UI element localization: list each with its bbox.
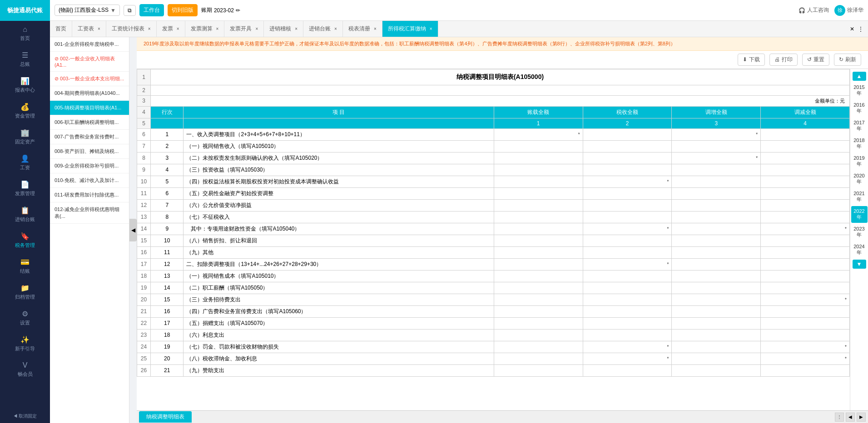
spreadsheet-container[interactable]: 1 纳税调整项目明细表(A105000) 2: [137, 69, 850, 411]
table-row: 18 13 （一）视同销售成本（填写A105010）: [137, 270, 850, 282]
v2-cell: [583, 187, 672, 199]
v1-cell: [494, 270, 583, 282]
scroll-left-page-btn[interactable]: ◀: [846, 413, 855, 422]
v1-cell: [494, 294, 583, 305]
tab-invoice-open-close[interactable]: ×: [255, 26, 258, 31]
tab-income-tax-close[interactable]: ×: [430, 26, 432, 31]
tab-ledger[interactable]: 进销台账 ×: [303, 21, 343, 37]
left-panel-item-004[interactable]: 004-期间费用明细表(A1040...: [50, 86, 129, 101]
table-row: 26 21 （九）赞助支出: [137, 364, 850, 376]
sidebar-item-guide[interactable]: ✨ 新手引导: [0, 331, 50, 357]
hang-cell: 8: [151, 211, 184, 223]
tab-invoice-close[interactable]: ×: [177, 26, 179, 31]
tab-tax-list-close[interactable]: ×: [374, 26, 377, 31]
left-panel-item-007[interactable]: 007-广告费和业务宣传费时...: [50, 130, 129, 144]
tab-audit[interactable]: 进销稽核 ×: [264, 21, 303, 37]
item-cell: （三）业务招待费支出: [184, 294, 494, 305]
v1-cell: [494, 317, 583, 329]
left-panel-item-009[interactable]: 009-企业所得税弥补亏损明...: [50, 159, 129, 173]
refresh-button[interactable]: ↻ 刷新: [834, 54, 861, 66]
sidebar-item-reports[interactable]: 📊 报表中心: [0, 72, 50, 98]
year-2020[interactable]: 2020年: [851, 171, 868, 187]
reset-button[interactable]: ↺ 重置: [802, 54, 829, 66]
sidebar-item-finance[interactable]: 💰 资金管理: [0, 98, 50, 124]
bottom-tab-item[interactable]: 纳税调整明细表: [139, 411, 192, 423]
v4-cell: [761, 152, 850, 164]
scroll-left-btn[interactable]: ⋮: [835, 413, 844, 422]
year-2023[interactable]: 2023年: [851, 224, 868, 241]
tab-menu[interactable]: ⋮: [858, 26, 863, 32]
user-menu[interactable]: 徐 徐泽华: [834, 5, 863, 16]
sidebar-item-salary[interactable]: 👤 工资: [0, 150, 50, 176]
tab-salary-stats-close[interactable]: ×: [148, 26, 151, 31]
year-2016[interactable]: 2016年: [851, 100, 868, 117]
tab-invoice-calc[interactable]: 发票测算 ×: [185, 21, 225, 37]
year-down-button[interactable]: ▼: [853, 260, 866, 269]
tab-salary-close[interactable]: ×: [98, 26, 100, 31]
tab-tax-list[interactable]: 税表清册 ×: [343, 21, 382, 37]
v4-cell: [761, 246, 850, 258]
consult-button[interactable]: 🎧 人工咨询: [799, 6, 829, 14]
year-2015[interactable]: 2015年: [851, 82, 868, 99]
left-panel-item-001[interactable]: 001-企业所得税年度纳税申...: [50, 37, 129, 52]
sidebar-item-purchase-sales[interactable]: 📋 进销台账: [0, 202, 50, 227]
tabbar: 首页 工资表 × 工资统计报表 × 发票 × 发票测算 × 发票开具 × 进销稽…: [50, 21, 868, 37]
left-panel-item-012[interactable]: 012-减免企业所得税优惠明细表(...: [50, 202, 129, 224]
year-2021[interactable]: 2021年: [851, 188, 868, 205]
left-panel-item-002[interactable]: ⊘ 002-一般企业收入明细表(A1...: [50, 52, 129, 72]
v3-cell: [672, 187, 761, 199]
year-2019[interactable]: 2019年: [851, 153, 868, 170]
left-panel-item-005[interactable]: 005-纳税调整项目明细表(A1...: [50, 101, 129, 115]
collapse-button[interactable]: ◀: [129, 219, 137, 241]
v3-cell: [672, 176, 761, 187]
sidebar-item-ledger[interactable]: ☰ 总账: [0, 46, 50, 72]
sidebar-item-settle[interactable]: 💳 结账: [0, 253, 50, 279]
sidebar-item-settings[interactable]: ⚙ 设置: [0, 305, 50, 331]
v2-cell: [583, 211, 672, 223]
sidebar-item-archive[interactable]: 📁 归档管理: [0, 279, 50, 305]
v1-cell: [494, 140, 583, 152]
tab-invoice-calc-close[interactable]: ×: [216, 26, 219, 31]
row-num-cell: 4: [137, 106, 151, 118]
year-2018[interactable]: 2018年: [851, 135, 868, 152]
workbench-button[interactable]: 工作台: [139, 4, 164, 16]
sidebar-item-home[interactable]: ⌂ 首页: [0, 21, 50, 46]
tab-audit-close[interactable]: ×: [295, 26, 298, 31]
year-2024[interactable]: 2024年: [851, 241, 868, 258]
download-button[interactable]: ⬇ 下载: [738, 54, 765, 66]
year-up-button[interactable]: ▲: [853, 72, 866, 81]
tab-invoice[interactable]: 发票 ×: [157, 21, 185, 37]
tab-salary[interactable]: 工资表 ×: [72, 21, 106, 37]
v4-cell: *: [761, 341, 850, 353]
sidebar-fix-btn[interactable]: ◀ 取消固定: [0, 409, 50, 423]
tab-invoice-open[interactable]: 发票开具 ×: [224, 21, 264, 37]
left-panel-item-010[interactable]: 010-免税、减计收入及加计...: [50, 173, 129, 188]
v3-cell: [672, 140, 761, 152]
salary-icon: 👤: [20, 154, 30, 163]
duplicate-button[interactable]: ⧉: [124, 5, 136, 16]
tab-salary-stats[interactable]: 工资统计报表 ×: [106, 21, 157, 37]
row-num-cell: 6: [137, 128, 151, 140]
v1-cell: [494, 246, 583, 258]
period-edit-icon[interactable]: ✏: [236, 7, 240, 14]
sidebar-item-invoice-mgmt[interactable]: 📄 发票管理: [0, 176, 50, 202]
sidebar-item-assets[interactable]: 🏢 固定资产: [0, 124, 50, 150]
print-button[interactable]: 🖨 打印: [769, 54, 798, 66]
year-2022[interactable]: 2022年: [851, 206, 868, 223]
tab-home[interactable]: 首页: [50, 21, 72, 37]
left-panel-item-011[interactable]: 011-研发费用加计扣除优惠...: [50, 188, 129, 202]
left-panel-item-003[interactable]: ⊘ 003-一般企业成本支出明细...: [50, 72, 129, 86]
left-panel-item-008[interactable]: 008-资产折旧、摊销及纳税...: [50, 144, 129, 159]
sidebar-item-tax[interactable]: 🔖 税务管理: [0, 227, 50, 253]
company-selector[interactable]: (物副) 江西股金-LSS ▼: [55, 5, 120, 16]
tab-income-tax[interactable]: 所得税汇算缴纳 ×: [382, 21, 438, 37]
left-panel-item-006[interactable]: 006-职工薪酬纳税调整明细...: [50, 115, 129, 130]
v4-cell: [761, 329, 850, 341]
switch-old-button[interactable]: 切到旧版: [168, 4, 198, 16]
tab-ledger-close[interactable]: ×: [334, 26, 337, 31]
sidebar-item-vip[interactable]: V 畅会员: [0, 357, 50, 382]
sidebar: 畅捷通易代账 ⌂ 首页 ☰ 总账 📊 报表中心 💰 资金管理 🏢 固定资产 👤 …: [0, 0, 50, 423]
tab-close-all[interactable]: ✕: [850, 26, 854, 32]
year-2017[interactable]: 2017年: [851, 118, 868, 134]
scroll-right-page-btn[interactable]: ▶: [857, 413, 866, 422]
